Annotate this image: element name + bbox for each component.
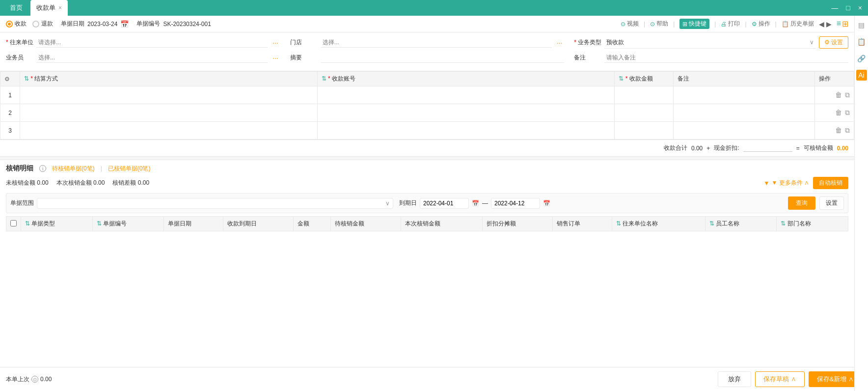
settings-button[interactable]: 设置 (819, 196, 844, 210)
sort-icon-account[interactable]: ⇅ (322, 75, 326, 82)
sidebar-icon-table[interactable]: ▤ (856, 20, 867, 30)
video-btn[interactable]: ⊙ 视频 (621, 20, 639, 28)
th-partner-name: ⇅ 往来单位名称 (612, 217, 705, 231)
nav-right-btn[interactable]: ▶ (826, 20, 832, 28)
divider1: | (644, 21, 645, 28)
info-icon[interactable]: i (39, 165, 46, 172)
th-payment-label: 结算方式 (34, 75, 58, 82)
partner-more-icon[interactable]: ··· (271, 39, 280, 47)
biz-type-select[interactable]: 预收款 ∨ (604, 37, 815, 49)
partner-label: 往来单位 (6, 38, 33, 47)
date-to-input[interactable] (491, 198, 540, 209)
view-list-btn[interactable]: ≡ (837, 19, 841, 28)
radio-tuikuan[interactable]: 退款 (32, 20, 53, 28)
row-account-3[interactable] (317, 122, 615, 140)
tab-home[interactable]: 首页 (4, 0, 28, 16)
shortcut-btn[interactable]: ⊞ 快捷键 (679, 19, 709, 29)
number-value: SK-20230324-001 (163, 21, 211, 28)
radio-shoukuan[interactable]: 收款 (6, 20, 27, 28)
copy-row-1-btn[interactable]: ⧉ (845, 91, 850, 99)
remark-input[interactable] (604, 53, 848, 63)
date-field: 单据日期 2023-03-24 📅 (61, 20, 129, 28)
prev-info-icon[interactable]: ⊙ (31, 376, 38, 383)
auto-verify-btn[interactable]: 自动核销 (813, 177, 848, 189)
tab-active[interactable]: 收款单 × (30, 0, 68, 16)
maximize-btn[interactable]: □ (844, 4, 852, 12)
shop-more-icon[interactable]: ··· (555, 39, 565, 47)
staff-more-icon[interactable]: ··· (271, 54, 280, 62)
radio-tuikuan-label: 退款 (41, 20, 53, 28)
sidebar-icon-doc[interactable]: 📋 (856, 36, 867, 47)
sort-icon-partner[interactable]: ⇅ (616, 220, 621, 227)
range-select[interactable]: ∨ (37, 198, 393, 209)
summary-input[interactable] (321, 53, 565, 63)
more-conditions-btn[interactable]: ▼ ▼ 更多条件 ∧ (764, 179, 809, 187)
shop-input[interactable] (321, 37, 552, 48)
print-btn[interactable]: 🖨 打印 (721, 20, 740, 28)
date-value[interactable]: 2023-03-24 (87, 21, 117, 28)
staff-input[interactable] (36, 53, 268, 63)
date-range-field: 到期日 📅 — 📅 (399, 198, 782, 209)
row-amount-1[interactable] (615, 86, 674, 104)
bottom-table-wrapper: ⇅ 单据类型 ⇅ 单据编号 单据日期 收款到期日 金额 待核销金额 本次核销金额… (6, 216, 848, 231)
close-btn[interactable]: × (856, 4, 864, 12)
view-grid-btn[interactable]: ⊞ (842, 19, 848, 28)
date-label: 单据日期 (61, 20, 84, 28)
divider3: | (714, 21, 716, 28)
row-payment-2[interactable] (20, 104, 318, 122)
save-new-label: 保存&新增 ∧ (817, 375, 854, 384)
calendar-icon[interactable]: 📅 (120, 20, 129, 28)
discount-input[interactable] (743, 144, 792, 152)
delete-row-3-btn[interactable]: 🗑 (835, 126, 842, 135)
query-button[interactable]: 查询 (788, 196, 815, 210)
row-ops-2: 🗑 ⧉ (815, 104, 854, 122)
setting-button[interactable]: ⚙ 设置 (819, 36, 848, 49)
gear-icon[interactable]: ⚙ (4, 76, 10, 83)
row-payment-1[interactable] (20, 86, 318, 104)
shop-field: 门店 ··· (290, 37, 565, 48)
select-all-checkbox[interactable] (10, 220, 17, 226)
copy-row-2-btn[interactable]: ⧉ (845, 109, 850, 117)
row-amount-3[interactable] (615, 122, 674, 140)
th-due-date: 收款到期日 (223, 217, 293, 231)
biz-type-label: 业务类型 (574, 38, 601, 47)
sort-icon-amount[interactable]: ⇅ (619, 75, 624, 82)
ops-btn[interactable]: ⚙ 操作 (752, 20, 770, 28)
row-account-1[interactable] (317, 86, 615, 104)
sort-icon-payment[interactable]: ⇅ (24, 75, 29, 82)
date-from-icon[interactable]: 📅 (472, 200, 479, 207)
delete-row-2-btn[interactable]: 🗑 (835, 109, 842, 117)
tab-pending[interactable]: 待核销单据(0笔) (52, 165, 95, 173)
sort-icon-number[interactable]: ⇅ (97, 220, 102, 227)
th-gear[interactable]: ⚙ (0, 72, 20, 86)
sort-icon-type[interactable]: ⇅ (25, 220, 30, 227)
date-from-input[interactable] (420, 198, 469, 209)
abandon-button[interactable]: 放弃 (718, 371, 751, 387)
tab-done[interactable]: 已核销单据(0笔) (108, 165, 151, 173)
row-amount-2[interactable] (615, 104, 674, 122)
delete-row-1-btn[interactable]: 🗑 (835, 91, 842, 99)
sidebar-icon-link[interactable]: 🔗 (856, 53, 867, 64)
th-amount: ⇅ * 收款金额 (615, 72, 674, 86)
nav-left-btn[interactable]: ◀ (819, 20, 824, 28)
copy-row-3-btn[interactable]: ⧉ (845, 126, 850, 135)
history-btn[interactable]: 📋 历史单据 (782, 20, 814, 28)
save-draft-button[interactable]: 保存草稿 ∧ (755, 371, 805, 387)
help-btn[interactable]: ⊙ 帮助 (650, 20, 668, 28)
row-payment-3[interactable] (20, 122, 318, 140)
th-current-verify: 本次核销金额 (401, 217, 482, 231)
sort-icon-dept[interactable]: ⇅ (781, 220, 786, 227)
row-remark-1[interactable] (674, 86, 815, 104)
toolbar-row: 收款 退款 单据日期 2023-03-24 📅 单据编号 SK-20230324… (0, 16, 854, 32)
sort-icon-staff[interactable]: ⇅ (709, 220, 714, 227)
row-remark-3[interactable] (674, 122, 815, 140)
minimize-btn[interactable]: — (829, 4, 840, 12)
partner-input[interactable] (36, 37, 268, 48)
row-account-2[interactable] (317, 104, 615, 122)
staff-field: 业务员 ··· (6, 53, 280, 63)
sidebar-icon-ai[interactable]: Ai (856, 70, 867, 81)
date-to-icon[interactable]: 📅 (543, 200, 550, 207)
tab-close-btn[interactable]: × (58, 0, 62, 16)
main-content: 收款 退款 单据日期 2023-03-24 📅 单据编号 SK-20230324… (0, 16, 868, 391)
row-remark-2[interactable] (674, 104, 815, 122)
